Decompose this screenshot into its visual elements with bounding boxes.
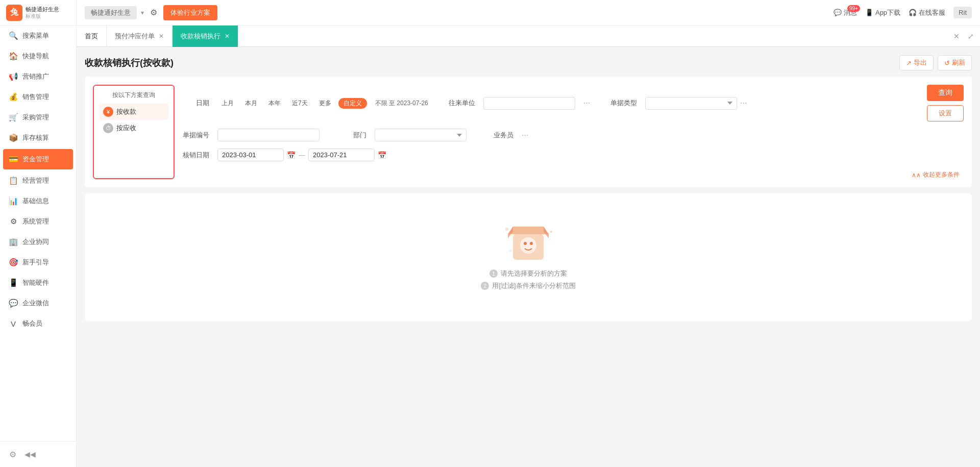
- sidebar-item-12[interactable]: 📱智能硬件: [0, 273, 76, 293]
- filter-by-receipt[interactable]: ¥ 按收款: [99, 104, 168, 120]
- sidebar-item-5[interactable]: 📦库存核算: [0, 128, 76, 148]
- sidebar-item-3[interactable]: 💰销售管理: [0, 87, 76, 107]
- svg-point-4: [520, 237, 536, 254]
- tab-label-1: 预付冲应付单: [115, 32, 155, 41]
- sidebar-nav: 🔍搜索菜单🏠快捷导航📢营销推广💰销售管理🛒采购管理📦库存核算💳资金管理📋经营管理…: [0, 26, 76, 441]
- staff-label: 业务员: [485, 131, 513, 140]
- bill-no-input[interactable]: [217, 129, 320, 141]
- tip-num-1: 1: [489, 269, 498, 278]
- staff-dots-icon[interactable]: ···: [522, 131, 528, 140]
- topbar-app-download[interactable]: 📱 App下载: [865, 8, 900, 17]
- sidebar-item-0[interactable]: 🔍搜索菜单: [0, 26, 76, 46]
- filter-row-2: 单据编号 部门 业务员 ···: [181, 129, 964, 141]
- svg-point-8: [550, 231, 552, 233]
- sidebar-item-13[interactable]: 💬企业微信: [0, 293, 76, 313]
- main-area: 畅捷通好生意 ▾ ⚙ 体验行业方案 💬 消息 99+ 📱 App下载 🎧 在线客…: [77, 0, 980, 467]
- last-7days-btn[interactable]: 近7天: [288, 97, 312, 109]
- app-icon: 📱: [865, 9, 873, 16]
- sidebar-label-3: 销售管理: [22, 92, 49, 102]
- sidebar-item-4[interactable]: 🛒采购管理: [0, 107, 76, 128]
- page-title: 收款核销执行(按收款): [85, 57, 174, 69]
- tab-label-2: 收款核销执行: [181, 32, 220, 41]
- verify-date-start[interactable]: [217, 149, 284, 161]
- topbar-online-service[interactable]: 🎧 在线客服: [909, 8, 945, 17]
- query-button[interactable]: 查询: [927, 85, 964, 101]
- empty-tip-2: 2 用[过滤]条件来缩小分析范围: [481, 281, 575, 290]
- topbar: 畅捷通好生意 ▾ ⚙ 体验行业方案 💬 消息 99+ 📱 App下载 🎧 在线客…: [77, 0, 980, 26]
- calendar-end-icon[interactable]: 📅: [378, 151, 386, 159]
- collapse-sidebar-icon[interactable]: ◀◀: [22, 447, 38, 462]
- svg-point-9: [509, 250, 511, 252]
- dept-select[interactable]: [375, 129, 467, 141]
- app-logo-icon: 兔: [6, 5, 22, 21]
- sidebar-item-11[interactable]: 🎯新手引导: [0, 252, 76, 273]
- sidebar-label-1: 快捷导航: [22, 52, 49, 61]
- message-badge: 99+: [847, 5, 860, 12]
- sidebar-label-5: 库存核算: [22, 133, 49, 142]
- partner-dots-icon[interactable]: ···: [583, 99, 590, 108]
- verify-date-end[interactable]: [308, 149, 375, 161]
- bill-type-dots-icon[interactable]: ···: [740, 99, 747, 108]
- close-tab-icon[interactable]: ✕: [951, 30, 962, 42]
- sidebar-icon-2: 📢: [8, 71, 18, 82]
- tabbar-actions: ✕ ⤢: [951, 30, 980, 42]
- topbar-message[interactable]: 💬 消息 99+: [834, 8, 857, 17]
- filter-scheme-panel: 按以下方案查询 ¥ 按收款 ⏱ 按应收: [93, 85, 175, 179]
- sidebar-label-0: 搜索菜单: [22, 31, 49, 40]
- topbar-user[interactable]: Rit: [953, 7, 972, 18]
- settings-icon[interactable]: ⚙: [5, 447, 20, 462]
- verify-date-range: 📅 — 📅: [217, 149, 386, 161]
- last-month-btn[interactable]: 上月: [217, 97, 238, 109]
- refresh-button[interactable]: ↺ 刷新: [938, 55, 972, 70]
- calendar-start-icon[interactable]: 📅: [287, 151, 296, 159]
- sidebar: 兔 畅捷通好生意 标准版 🔍搜索菜单🏠快捷导航📢营销推广💰销售管理🛒采购管理📦库…: [0, 0, 77, 467]
- export-icon: ↗: [906, 59, 912, 67]
- sidebar-icon-6: 💳: [8, 154, 18, 164]
- this-year-btn[interactable]: 本年: [264, 97, 285, 109]
- expand-tab-icon[interactable]: ⤢: [966, 30, 976, 42]
- topbar-gear-icon[interactable]: ⚙: [150, 8, 157, 17]
- collapse-icon: ∧∧: [912, 171, 921, 179]
- tab-2[interactable]: 收款核销执行✕: [173, 26, 238, 47]
- bill-type-label: 单据类型: [608, 99, 637, 108]
- empty-state-panel: 1 请先选择要分析的方案 2 用[过滤]条件来缩小分析范围: [85, 193, 972, 321]
- topbar-brand[interactable]: 畅捷通好生意: [85, 6, 137, 19]
- partner-input[interactable]: [483, 97, 575, 110]
- this-month-btn[interactable]: 本月: [241, 97, 261, 109]
- filter-area: 按以下方案查询 ¥ 按收款 ⏱ 按应收 日期 上月 本月: [85, 77, 972, 187]
- svg-point-7: [505, 228, 508, 231]
- filter-by-receivable[interactable]: ⏱ 按应收: [99, 120, 168, 136]
- receivable-icon: ⏱: [103, 123, 113, 133]
- sidebar-item-1[interactable]: 🏠快捷导航: [0, 46, 76, 66]
- empty-illustration: [498, 214, 559, 265]
- sidebar-label-14: 畅会员: [22, 319, 42, 328]
- tab-close-2[interactable]: ✕: [225, 33, 230, 40]
- sidebar-item-9[interactable]: ⚙系统管理: [0, 211, 76, 232]
- topbar-dropdown-icon[interactable]: ▾: [141, 9, 144, 16]
- sidebar-label-7: 经营管理: [22, 176, 49, 185]
- sidebar-item-14[interactable]: V畅会员: [0, 313, 76, 334]
- sidebar-item-7[interactable]: 📋经营管理: [0, 170, 76, 191]
- sidebar-item-6[interactable]: 💳资金管理: [3, 149, 73, 169]
- sidebar-icon-8: 📊: [8, 196, 18, 206]
- bill-type-select[interactable]: [645, 97, 737, 110]
- tab-close-1[interactable]: ✕: [159, 33, 164, 40]
- query-actions: 查询 设置: [927, 85, 964, 121]
- more-btn[interactable]: 更多: [315, 97, 335, 109]
- tab-0[interactable]: 首页: [77, 26, 107, 47]
- export-button[interactable]: ↗ 导出: [899, 55, 934, 70]
- sidebar-item-2[interactable]: 📢营销推广: [0, 66, 76, 87]
- sidebar-item-10[interactable]: 🏢企业协同: [0, 232, 76, 252]
- sidebar-icon-11: 🎯: [8, 257, 18, 267]
- sidebar-label-11: 新手引导: [22, 258, 49, 267]
- custom-date-btn[interactable]: 自定义: [338, 98, 367, 109]
- sidebar-item-8[interactable]: 📊基础信息: [0, 191, 76, 211]
- page-content: 收款核销执行(按收款) ↗ 导出 ↺ 刷新 按以下方案查询 ¥ 按收款: [77, 47, 980, 467]
- collapse-more-btn[interactable]: ∧∧ 收起更多条件: [912, 170, 960, 179]
- svg-marker-3: [544, 227, 549, 238]
- sidebar-icon-7: 📋: [8, 176, 18, 186]
- setting-button[interactable]: 设置: [927, 105, 964, 121]
- topbar-solution-btn[interactable]: 体验行业方案: [163, 5, 217, 20]
- sidebar-label-2: 营销推广: [22, 72, 49, 81]
- tab-1[interactable]: 预付冲应付单✕: [107, 26, 173, 47]
